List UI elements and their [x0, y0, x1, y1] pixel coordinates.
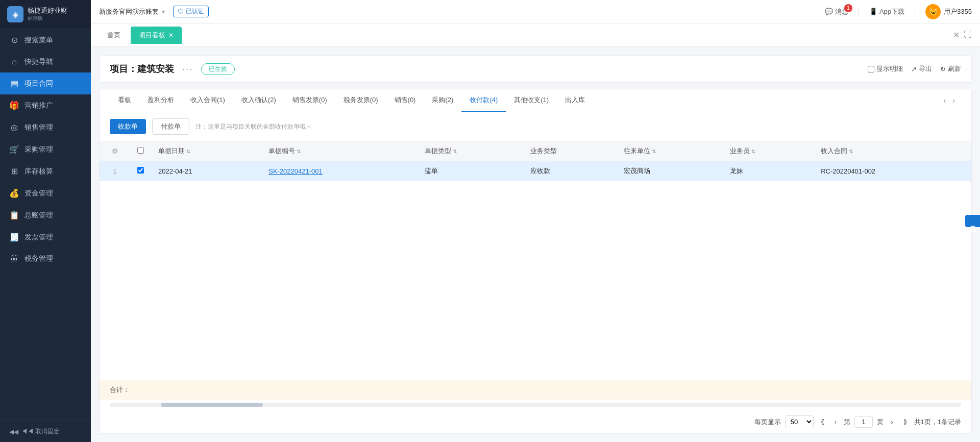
tab-board[interactable]: 项目看板 ✕ — [131, 27, 182, 44]
first-page-btn[interactable]: ⟪ — [818, 417, 827, 427]
sidebar-item-finance[interactable]: 💰资金管理 — [0, 182, 91, 204]
sidebar-label-sales: 销售管理 — [24, 123, 53, 132]
tab-home[interactable]: 首页 — [99, 27, 129, 44]
feedback-button[interactable]: 意见反馈 — [965, 215, 980, 227]
subtab-prev-icon[interactable]: ‹ — [941, 94, 948, 107]
col-gear[interactable]: ⚙ — [100, 141, 130, 161]
export-button[interactable]: ↗ 导出 — [911, 64, 932, 73]
per-page-select[interactable]: 50 10 20 100 — [785, 415, 814, 428]
sidebar-label-inventory: 库存核算 — [24, 167, 53, 176]
row-checkbox[interactable] — [137, 167, 144, 174]
main-panel: 看板 盈利分析 收入合同(1) 收入确认(2) 销售发票(0) 税务发票(0) … — [99, 89, 972, 434]
pagination: 每页显示 50 10 20 100 ⟪ ‹ 第 页 › ⟫ 共1页，1条记录 — [100, 410, 971, 433]
last-page-btn[interactable]: ⟫ — [900, 417, 910, 427]
sidebar-item-purchase[interactable]: 🛒采购管理 — [0, 138, 91, 160]
table-row: 1 2022-04-21 SK-20220421-001 蓝单 应收款 宏茂商场… — [100, 161, 971, 181]
subtab-tax-invoice[interactable]: 税务发票(0) — [335, 89, 386, 112]
subtab-other[interactable]: 其他收支(1) — [506, 89, 557, 112]
project-more-icon[interactable]: ··· — [182, 64, 193, 75]
main-content: 新服务官网演示账套 ▾ 🛡 已认证 💬 消息 1 📱 App下载 🐱 用户335… — [91, 0, 980, 442]
sidebar-label-project: 项目合同 — [24, 79, 53, 88]
subtab-inout[interactable]: 出入库 — [557, 89, 593, 112]
col-checkbox — [130, 141, 151, 161]
sidebar-item-project[interactable]: ▤项目合同 — [0, 72, 91, 94]
close-window-icon[interactable]: ✕ — [953, 30, 960, 40]
per-page-label: 每页显示 — [754, 418, 781, 427]
marketing-icon: 🎁 — [9, 101, 19, 110]
message-button[interactable]: 💬 消息 1 — [825, 7, 848, 16]
page-label: 第 — [844, 418, 850, 427]
sidebar-item-inventory[interactable]: ⊞库存核算 — [0, 160, 91, 182]
subtab-income-confirm[interactable]: 收入确认(2) — [233, 89, 284, 112]
user-avatar: 🐱 — [925, 4, 941, 19]
phone-icon: 📱 — [869, 8, 877, 15]
show-detail-toggle[interactable]: 显示明细 — [868, 64, 903, 73]
subtab-receipt[interactable]: 收付款(4) — [461, 89, 506, 112]
subtab-purchase[interactable]: 采购(2) — [424, 89, 461, 112]
sidebar-item-ledger[interactable]: 📋总账管理 — [0, 204, 91, 226]
col-biz-type: 业务类型 — [523, 141, 617, 161]
subtab-nav: 看板 盈利分析 收入合同(1) 收入确认(2) 销售发票(0) 税务发票(0) … — [100, 89, 971, 112]
invoice-icon: 🧾 — [9, 232, 19, 242]
sidebar-item-invoice[interactable]: 🧾发票管理 — [0, 226, 91, 248]
subtab-sales-invoice[interactable]: 销售发票(0) — [284, 89, 335, 112]
username: 用户3355 — [944, 7, 972, 16]
row-number[interactable]: SK-20220421-001 — [261, 161, 418, 181]
sidebar: ◈ 畅捷通好业财 标准版 ⊙搜索菜单⌂快捷导航▤项目合同🎁营销推广◎销售管理🛒采… — [0, 0, 91, 442]
subtab-income-contract[interactable]: 收入合同(1) — [182, 89, 233, 112]
scroll-thumb[interactable] — [161, 403, 263, 407]
subtab-next-icon[interactable]: › — [950, 94, 957, 107]
subtab-arrows: ‹ › — [937, 94, 961, 107]
subtab-sales[interactable]: 销售(0) — [386, 89, 424, 112]
sidebar-label-quicknav: 快捷导航 — [24, 57, 53, 66]
receipt-button[interactable]: 收款单 — [110, 119, 146, 134]
payment-button[interactable]: 付款单 — [152, 118, 189, 135]
row-income-contract: RC-20220401-002 — [814, 161, 971, 181]
col-number[interactable]: 单据编号 — [261, 141, 418, 161]
sidebar-unpin-button[interactable]: ◀◀ ◀◀ 取消固定 — [0, 421, 91, 442]
subtab-kanban[interactable]: 看板 — [110, 89, 139, 112]
show-detail-checkbox[interactable] — [868, 66, 874, 72]
quicknav-icon: ⌂ — [9, 57, 19, 66]
project-header: 项目：建筑安装 ··· 已生效 显示明细 ↗ 导出 ↻ 刷新 — [99, 55, 972, 83]
row-salesperson: 龙妹 — [723, 161, 814, 181]
col-income-contract[interactable]: 收入合同 — [814, 141, 971, 161]
sidebar-item-search[interactable]: ⊙搜索菜单 — [0, 29, 91, 51]
tax-icon: 🏛 — [9, 254, 19, 263]
sidebar-label-invoice: 发票管理 — [24, 233, 53, 242]
receipt-table: ⚙ 单据日期 单据编号 单据类型 业务类型 往来单位 业务员 收入合同 — [100, 141, 971, 181]
export-icon: ↗ — [911, 65, 917, 73]
sidebar-label-purchase: 采购管理 — [24, 145, 53, 154]
sidebar-item-marketing[interactable]: 🎁营销推广 — [0, 94, 91, 116]
project-selector[interactable]: 新服务官网演示账套 ▾ — [99, 7, 165, 16]
sidebar-item-quicknav[interactable]: ⌂快捷导航 — [0, 51, 91, 72]
col-date[interactable]: 单据日期 — [151, 141, 261, 161]
action-hint: 注：这里是与项目关联的全部收付款单哦～ — [195, 122, 312, 131]
search-icon: ⊙ — [9, 35, 19, 45]
tab-close-icon[interactable]: ✕ — [168, 32, 174, 39]
unpin-icon: ◀◀ — [9, 428, 18, 435]
app-download-button[interactable]: 📱 App下载 — [869, 7, 904, 16]
row-checkbox-cell — [130, 161, 151, 181]
row-type: 蓝单 — [418, 161, 524, 181]
maximize-window-icon[interactable]: ⛶ — [964, 30, 972, 40]
page-input[interactable] — [854, 416, 873, 428]
prev-page-btn[interactable]: ‹ — [831, 417, 840, 427]
sidebar-header: ◈ 畅捷通好业财 标准版 — [0, 0, 91, 29]
user-menu-button[interactable]: 🐱 用户3355 — [925, 4, 972, 19]
row-index: 1 — [100, 161, 130, 181]
select-all-checkbox[interactable] — [137, 147, 144, 154]
scroll-area — [100, 400, 971, 410]
col-type[interactable]: 单据类型 — [418, 141, 524, 161]
row-partner: 宏茂商场 — [617, 161, 723, 181]
subtab-list: 看板 盈利分析 收入合同(1) 收入确认(2) 销售发票(0) 税务发票(0) … — [110, 89, 937, 112]
sidebar-item-tax[interactable]: 🏛税务管理 — [0, 248, 91, 269]
col-salesperson[interactable]: 业务员 — [723, 141, 814, 161]
project-title: 项目：建筑安装 — [110, 63, 174, 75]
project-dropdown-icon: ▾ — [162, 8, 165, 15]
col-partner[interactable]: 往来单位 — [617, 141, 723, 161]
refresh-button[interactable]: ↻ 刷新 — [940, 64, 961, 73]
next-page-btn[interactable]: › — [888, 417, 896, 427]
subtab-profit[interactable]: 盈利分析 — [139, 89, 182, 112]
sidebar-item-sales[interactable]: ◎销售管理 — [0, 116, 91, 138]
